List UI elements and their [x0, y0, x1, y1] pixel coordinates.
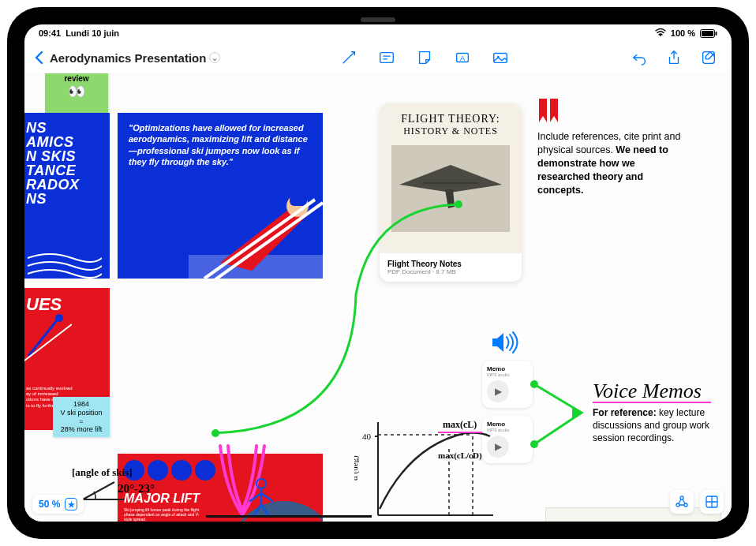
memo-chip-1[interactable]: Memo MP3 audio ▶	[482, 361, 533, 408]
sticky-tool-icon[interactable]	[414, 47, 435, 68]
pink-underline	[593, 402, 711, 403]
ipad-frame: 09:41 Lundi 10 juin 100 % Aerodyna	[7, 7, 749, 539]
media-tool-icon[interactable]	[490, 47, 511, 68]
draw-tool-icon[interactable]	[339, 47, 359, 68]
board-title-text: Aerodynamics Presentation	[50, 51, 206, 65]
zoom-favorite-icon[interactable]: ★	[65, 498, 77, 510]
eyes-emoji: 👀	[49, 83, 104, 100]
zoom-value: 50 %	[39, 499, 60, 510]
grid-button[interactable]	[700, 490, 724, 514]
compose-icon[interactable]	[698, 47, 719, 68]
pdf-title-1: FLIGHT THEORY:	[380, 103, 522, 125]
pdf-title-2: HISTORY & NOTES	[380, 125, 522, 137]
slide-title-text: NS AMICS N SKIS TANCE RADOX NS	[26, 121, 103, 206]
pdf-submeta: PDF Document · 8.7 MB	[387, 268, 514, 275]
view-controls	[670, 490, 724, 514]
memo-sub: MP3 audio	[487, 372, 528, 377]
svg-rect-2	[702, 31, 713, 36]
screen: 09:41 Lundi 10 juin 100 % Aerodyna	[24, 24, 732, 522]
status-bar: 09:41 Lundi 10 juin 100 %	[24, 24, 732, 42]
max-cl-label: max(cL)	[443, 419, 477, 431]
minimap-button[interactable]	[670, 490, 694, 514]
sticky-note-review[interactable]: review 👀	[45, 73, 108, 116]
quote-text: "Optimizations have allowed for increase…	[129, 122, 312, 167]
voice-memos-title: Voice Memos	[593, 380, 719, 403]
pdf-name: Flight Theory Notes	[387, 260, 514, 268]
voice-memos-body: For reference: key lecture discussions a…	[593, 406, 719, 445]
wifi-icon	[655, 28, 666, 38]
board-title[interactable]: Aerodynamics Presentation ⌄	[50, 51, 220, 65]
y-tick-40: 40	[362, 432, 372, 441]
pdf-thumbnail: FLIGHT THEORY: HISTORY & NOTES	[380, 103, 522, 253]
memo-label: Memo	[487, 365, 528, 372]
text-tool-icon[interactable]	[376, 47, 397, 68]
share-icon[interactable]	[664, 47, 684, 68]
svg-rect-14	[290, 195, 307, 206]
max-ratio-label: max(cL/cD)	[438, 451, 482, 460]
zoom-control[interactable]: 50 % ★	[32, 495, 84, 514]
skier-sketch	[238, 476, 285, 520]
sequence-circles	[124, 460, 215, 481]
app-toolbar: Aerodynamics Presentation ⌄ A	[24, 42, 732, 73]
play-button[interactable]: ▶	[487, 380, 509, 402]
svg-text:A: A	[460, 54, 466, 62]
airflow-graphic	[26, 253, 103, 285]
y-axis-label: α (deg)	[354, 455, 360, 481]
pdf-glider-image	[391, 145, 510, 232]
pdf-attachment[interactable]: FLIGHT THEORY: HISTORY & NOTES Flight Th…	[380, 103, 522, 282]
pink-underline-maxcl	[438, 432, 482, 433]
svg-rect-3	[716, 32, 717, 36]
handwriting-angle-range: 20°-23°	[118, 482, 155, 496]
back-button[interactable]	[32, 50, 47, 65]
voice-memos-block[interactable]: Voice Memos For reference: key lecture d…	[593, 380, 719, 445]
slide-quote[interactable]: "Optimizations have allowed for increase…	[118, 113, 323, 279]
svg-point-42	[680, 496, 683, 499]
ski-jumper-illustration	[189, 176, 323, 279]
battery-icon	[700, 29, 717, 38]
mini-ski-graphic	[24, 309, 72, 364]
sticky-review-label: review	[49, 74, 104, 83]
status-date: Lundi 10 juin	[65, 28, 119, 38]
baseline-stroke	[206, 515, 372, 518]
major-lift-body: Ski jumping lift forces peak during the …	[124, 507, 203, 522]
shape-tool-icon[interactable]: A	[452, 47, 473, 68]
multitask-pill[interactable]	[361, 17, 395, 22]
svg-point-0	[660, 35, 661, 36]
status-time: 09:41	[39, 28, 61, 38]
bookmark-icon	[537, 99, 560, 127]
pdf-meta: Flight Theory Notes PDF Document · 8.7 M…	[380, 253, 522, 282]
voice-body-bold: For reference:	[593, 407, 657, 418]
svg-point-44	[684, 503, 687, 507]
freeform-canvas[interactable]: review 👀 NS AMICS N SKIS TANCE RADOX NS …	[24, 73, 732, 522]
chevron-down-icon: ⌄	[209, 52, 220, 63]
slide-aerodynamics-title[interactable]: NS AMICS N SKIS TANCE RADOX NS	[24, 113, 110, 279]
svg-point-43	[676, 503, 679, 507]
svg-point-35	[256, 479, 266, 488]
reference-note[interactable]: Include references, cite print and physi…	[537, 130, 687, 196]
svg-point-31	[211, 429, 219, 437]
svg-rect-4	[380, 53, 394, 63]
undo-icon[interactable]	[629, 47, 649, 68]
speaker-icon	[490, 331, 518, 357]
sticky-note-1984[interactable]: 1984 V ski position = 28% more lift	[53, 397, 110, 437]
svg-point-15	[55, 314, 63, 322]
svg-marker-34	[572, 406, 582, 419]
battery-percent: 100 %	[671, 28, 695, 38]
